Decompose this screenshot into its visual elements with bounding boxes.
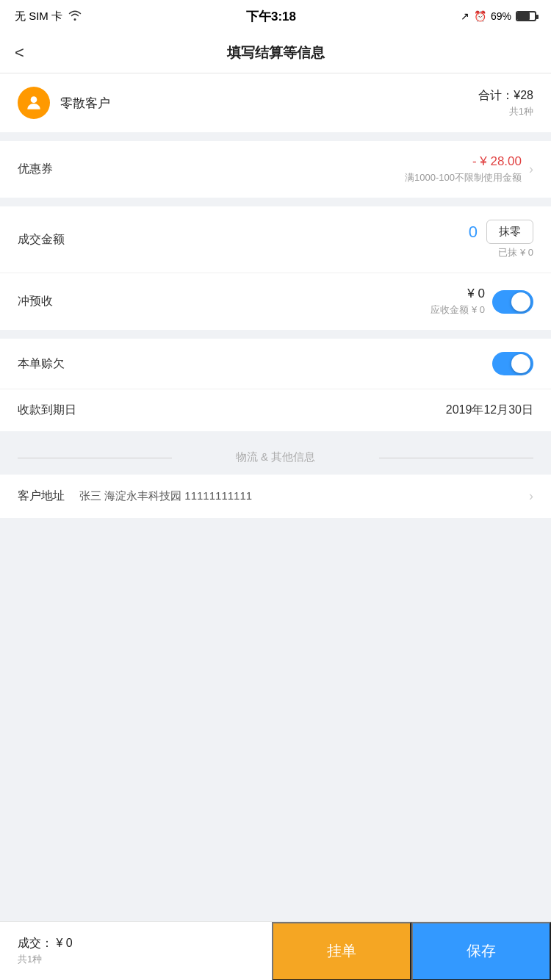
address-label: 客户地址 (18, 489, 65, 504)
transaction-row: 成交金额 0 抹零 已抹 ¥ 0 (0, 206, 551, 273)
transaction-label: 成交金额 (18, 232, 65, 248)
address-value: 张三 海淀永丰科技园 11111111111 (79, 488, 529, 505)
deferred-toggle[interactable] (492, 352, 533, 375)
summary-label: 成交： (18, 937, 53, 949)
logistics-header: 物流 & 其他信息 (0, 440, 551, 475)
prepayment-label: 冲预收 (18, 294, 53, 309)
alarm-icon: ⏰ (474, 10, 486, 22)
round-button[interactable]: 抹零 (486, 220, 533, 244)
summary-value: ¥ 0 (56, 937, 72, 949)
deferred-right (492, 352, 533, 375)
coupon-row[interactable]: 优惠券 - ¥ 28.00 满1000-100不限制使用金额 › (0, 141, 551, 198)
status-left: 无 SIM 卡 (15, 10, 82, 24)
amount-input-wrapper: 0 抹零 (455, 220, 533, 244)
prepayment-sub: 应收金额 ¥ 0 (431, 303, 485, 317)
battery-percent: 69% (491, 10, 511, 22)
prepayment-value: ¥ 0 (431, 287, 485, 301)
coupon-right: - ¥ 28.00 满1000-100不限制使用金额 › (405, 154, 533, 184)
save-button[interactable]: 保存 (411, 922, 551, 981)
bottom-summary-top: 成交： ¥ 0 (18, 936, 254, 951)
transaction-value[interactable]: 0 (455, 223, 478, 242)
status-bar: 无 SIM 卡 下午3:18 ↗ ⏰ 69% (0, 0, 551, 32)
transaction-sub: 已抹 ¥ 0 (455, 246, 533, 259)
coupon-value: - ¥ 28.00 (405, 154, 522, 169)
bottom-summary: 成交： ¥ 0 共1种 (0, 936, 272, 966)
coupon-sub: 满1000-100不限制使用金额 (405, 171, 522, 184)
svg-point-0 (31, 96, 37, 103)
prepayment-value-block: ¥ 0 应收金额 ¥ 0 (431, 287, 485, 317)
status-right: ↗ ⏰ 69% (461, 10, 536, 22)
total-amount: 合计：¥28 (478, 88, 533, 104)
prepayment-toggle[interactable] (492, 290, 533, 314)
customer-name: 零散客户 (60, 95, 110, 112)
location-icon: ↗ (461, 10, 469, 22)
customer-total: 合计：¥28 共1种 (478, 88, 533, 118)
deferred-label: 本单赊欠 (18, 356, 65, 372)
deferred-toggle-knob (511, 354, 530, 373)
toggle-knob (511, 292, 530, 311)
address-chevron-icon: › (529, 489, 533, 504)
due-date-label: 收款到期日 (18, 403, 76, 418)
status-time: 下午3:18 (246, 8, 296, 25)
coupon-label: 优惠券 (18, 162, 53, 177)
hold-button[interactable]: 挂单 (272, 922, 411, 981)
prepayment-row: 冲预收 ¥ 0 应收金额 ¥ 0 (0, 273, 551, 330)
customer-row: 零散客户 合计：¥28 共1种 (0, 73, 551, 132)
transaction-right: 0 抹零 已抹 ¥ 0 (455, 220, 533, 259)
address-row[interactable]: 客户地址 张三 海淀永丰科技园 11111111111 › (0, 475, 551, 518)
customer-avatar (18, 87, 50, 119)
bottom-summary-count: 共1种 (18, 953, 254, 966)
person-icon (24, 93, 43, 112)
customer-section: 零散客户 合计：¥28 共1种 (0, 73, 551, 132)
back-button[interactable]: < (15, 43, 24, 62)
wifi-icon (68, 10, 82, 23)
page-title: 填写结算等信息 (227, 43, 325, 62)
bottom-bar: 成交： ¥ 0 共1种 挂单 保存 (0, 921, 551, 980)
prepayment-right: ¥ 0 应收金额 ¥ 0 (431, 287, 533, 317)
coupon-chevron-icon: › (529, 162, 533, 177)
nav-bar: < 填写结算等信息 (0, 32, 551, 73)
due-date-row: 收款到期日 2019年12月30日 (0, 389, 551, 431)
item-count: 共1种 (478, 105, 533, 118)
coupon-value-block: - ¥ 28.00 满1000-100不限制使用金额 (405, 154, 522, 184)
deferred-section: 本单赊欠 收款到期日 2019年12月30日 (0, 339, 551, 431)
main-content: 零散客户 合计：¥28 共1种 优惠券 - ¥ 28.00 满1000-100不… (0, 73, 551, 600)
transaction-value-block: 0 抹零 已抹 ¥ 0 (455, 220, 533, 259)
deferred-row: 本单赊欠 (0, 339, 551, 389)
logistics-label: 物流 & 其他信息 (236, 450, 315, 463)
coupon-section[interactable]: 优惠券 - ¥ 28.00 满1000-100不限制使用金额 › (0, 141, 551, 198)
transaction-section: 成交金额 0 抹零 已抹 ¥ 0 冲预收 ¥ 0 应收金额 ¥ 0 (0, 206, 551, 330)
address-section[interactable]: 客户地址 张三 海淀永丰科技园 11111111111 › (0, 475, 551, 518)
customer-info: 零散客户 (18, 87, 110, 119)
no-sim-label: 无 SIM 卡 (15, 10, 62, 24)
battery-icon (516, 11, 536, 21)
due-date-value: 2019年12月30日 (446, 403, 533, 418)
